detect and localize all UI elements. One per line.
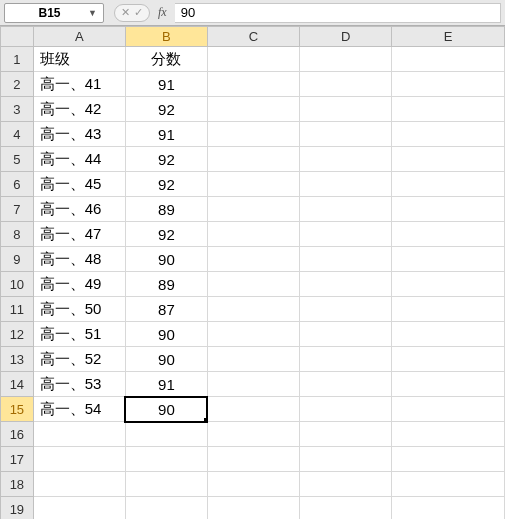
column-header-E[interactable]: E: [392, 27, 505, 47]
cell-C2[interactable]: [207, 72, 299, 97]
column-header-D[interactable]: D: [300, 27, 392, 47]
cell-B18[interactable]: [125, 472, 207, 497]
cell-B6[interactable]: 92: [125, 172, 207, 197]
cell-D18[interactable]: [300, 472, 392, 497]
cell-A12[interactable]: 高一、51: [33, 322, 125, 347]
cell-D4[interactable]: [300, 122, 392, 147]
row-header-8[interactable]: 8: [1, 222, 34, 247]
cell-B14[interactable]: 91: [125, 372, 207, 397]
row-header-11[interactable]: 11: [1, 297, 34, 322]
column-header-B[interactable]: B: [125, 27, 207, 47]
cell-B2[interactable]: 91: [125, 72, 207, 97]
cell-A16[interactable]: [33, 422, 125, 447]
cell-B17[interactable]: [125, 447, 207, 472]
cell-A14[interactable]: 高一、53: [33, 372, 125, 397]
row-header-4[interactable]: 4: [1, 122, 34, 147]
cell-B16[interactable]: [125, 422, 207, 447]
cell-E3[interactable]: [392, 97, 505, 122]
row-header-6[interactable]: 6: [1, 172, 34, 197]
cell-A4[interactable]: 高一、43: [33, 122, 125, 147]
cell-C6[interactable]: [207, 172, 299, 197]
cell-B12[interactable]: 90: [125, 322, 207, 347]
cell-E17[interactable]: [392, 447, 505, 472]
cell-C3[interactable]: [207, 97, 299, 122]
row-header-13[interactable]: 13: [1, 347, 34, 372]
cell-A13[interactable]: 高一、52: [33, 347, 125, 372]
cell-D2[interactable]: [300, 72, 392, 97]
cell-C1[interactable]: [207, 47, 299, 72]
cell-E13[interactable]: [392, 347, 505, 372]
cell-E1[interactable]: [392, 47, 505, 72]
cell-C11[interactable]: [207, 297, 299, 322]
formula-input[interactable]: 90: [175, 3, 501, 23]
cell-A18[interactable]: [33, 472, 125, 497]
cell-A19[interactable]: [33, 497, 125, 520]
cell-D10[interactable]: [300, 272, 392, 297]
row-header-18[interactable]: 18: [1, 472, 34, 497]
select-all-corner[interactable]: [1, 27, 34, 47]
cell-A10[interactable]: 高一、49: [33, 272, 125, 297]
cell-D15[interactable]: [300, 397, 392, 422]
cell-D11[interactable]: [300, 297, 392, 322]
column-header-A[interactable]: A: [33, 27, 125, 47]
cell-E9[interactable]: [392, 247, 505, 272]
column-header-C[interactable]: C: [207, 27, 299, 47]
cell-D9[interactable]: [300, 247, 392, 272]
cell-E19[interactable]: [392, 497, 505, 520]
cell-B4[interactable]: 91: [125, 122, 207, 147]
row-header-16[interactable]: 16: [1, 422, 34, 447]
cell-D14[interactable]: [300, 372, 392, 397]
row-header-10[interactable]: 10: [1, 272, 34, 297]
cell-D12[interactable]: [300, 322, 392, 347]
fx-icon[interactable]: fx: [158, 5, 167, 20]
cell-B8[interactable]: 92: [125, 222, 207, 247]
cell-A11[interactable]: 高一、50: [33, 297, 125, 322]
row-header-7[interactable]: 7: [1, 197, 34, 222]
row-header-14[interactable]: 14: [1, 372, 34, 397]
cell-E16[interactable]: [392, 422, 505, 447]
name-box[interactable]: B15 ▼: [4, 3, 104, 23]
row-header-1[interactable]: 1: [1, 47, 34, 72]
cell-E18[interactable]: [392, 472, 505, 497]
cell-A8[interactable]: 高一、47: [33, 222, 125, 247]
row-header-9[interactable]: 9: [1, 247, 34, 272]
cell-E6[interactable]: [392, 172, 505, 197]
cell-D7[interactable]: [300, 197, 392, 222]
cell-E14[interactable]: [392, 372, 505, 397]
cell-E2[interactable]: [392, 72, 505, 97]
row-header-15[interactable]: 15: [1, 397, 34, 422]
cell-E5[interactable]: [392, 147, 505, 172]
cell-C7[interactable]: [207, 197, 299, 222]
cell-A17[interactable]: [33, 447, 125, 472]
cell-C14[interactable]: [207, 372, 299, 397]
row-header-12[interactable]: 12: [1, 322, 34, 347]
cell-E11[interactable]: [392, 297, 505, 322]
cell-B7[interactable]: 89: [125, 197, 207, 222]
cell-A7[interactable]: 高一、46: [33, 197, 125, 222]
cell-E10[interactable]: [392, 272, 505, 297]
cell-C18[interactable]: [207, 472, 299, 497]
cell-B10[interactable]: 89: [125, 272, 207, 297]
cell-D13[interactable]: [300, 347, 392, 372]
cell-D5[interactable]: [300, 147, 392, 172]
cell-E15[interactable]: [392, 397, 505, 422]
cell-C10[interactable]: [207, 272, 299, 297]
cell-D6[interactable]: [300, 172, 392, 197]
cell-E4[interactable]: [392, 122, 505, 147]
row-header-5[interactable]: 5: [1, 147, 34, 172]
cell-A9[interactable]: 高一、48: [33, 247, 125, 272]
cell-B11[interactable]: 87: [125, 297, 207, 322]
cell-A1[interactable]: 班级: [33, 47, 125, 72]
cell-B15[interactable]: 90: [125, 397, 207, 422]
cell-C15[interactable]: [207, 397, 299, 422]
cell-D19[interactable]: [300, 497, 392, 520]
cell-B9[interactable]: 90: [125, 247, 207, 272]
row-header-3[interactable]: 3: [1, 97, 34, 122]
cell-C19[interactable]: [207, 497, 299, 520]
cell-C17[interactable]: [207, 447, 299, 472]
row-header-17[interactable]: 17: [1, 447, 34, 472]
cell-C9[interactable]: [207, 247, 299, 272]
cell-A15[interactable]: 高一、54: [33, 397, 125, 422]
cell-D8[interactable]: [300, 222, 392, 247]
cell-B3[interactable]: 92: [125, 97, 207, 122]
